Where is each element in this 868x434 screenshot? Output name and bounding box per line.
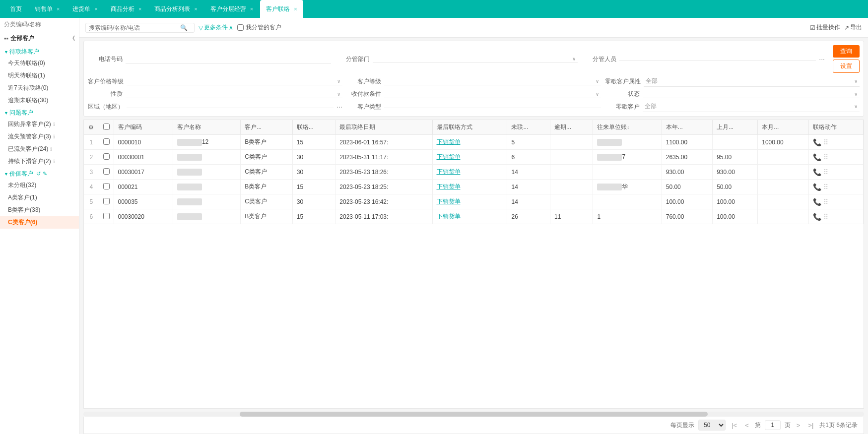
action-more-icon-5[interactable]: ⠿	[823, 213, 828, 221]
nav-analysis-list[interactable]: 商品分析列表 ×	[148, 0, 203, 18]
last-method-link-1[interactable]: 下销货单	[437, 153, 461, 160]
gender-select[interactable]: ∨	[126, 90, 342, 98]
sidebar-collapse-btn[interactable]: 《	[69, 35, 75, 42]
customer-level-label: 客户等级	[346, 77, 381, 86]
customer-type-select[interactable]	[384, 106, 601, 108]
nav-analysis[interactable]: 商品分析 ×	[105, 0, 147, 18]
action-more-icon-4[interactable]: ⠿	[823, 198, 828, 206]
scrollbar-thumb[interactable]	[240, 412, 708, 417]
th-code: 客户编码	[114, 120, 173, 135]
nav-analysis-list-close[interactable]: ×	[194, 6, 197, 12]
retail-customer-select[interactable]: 全部 ∨	[643, 101, 860, 112]
sidebar-item-today[interactable]: 今天待联络(0)	[0, 57, 79, 69]
last-method-link-2[interactable]: 下销货单	[437, 168, 461, 175]
nav-sales-close[interactable]: ×	[57, 6, 60, 12]
batch-btn[interactable]: ☑ 批量操作	[810, 23, 840, 32]
sidebar-item-tomorrow[interactable]: 明天待联络(1)	[0, 69, 79, 82]
action-more-icon-1[interactable]: ⠿	[823, 153, 828, 161]
next-page-btn[interactable]: >	[795, 421, 802, 430]
th-settings[interactable]: ⚙	[84, 120, 99, 135]
settings-gear-icon[interactable]: ⚙	[88, 124, 94, 131]
action-phone-icon-0[interactable]: 📞	[813, 138, 821, 146]
action-phone-icon-4[interactable]: 📞	[813, 198, 821, 206]
status-select[interactable]: ∨	[643, 90, 860, 98]
retail-attr-select[interactable]: 全部 ∨	[644, 76, 860, 87]
nav-purchase[interactable]: 进货单 ×	[67, 0, 103, 18]
sidebar-item-7days[interactable]: 近7天待联络(0)	[0, 82, 79, 94]
per-page-select[interactable]: 50 100	[698, 420, 726, 431]
region-dots[interactable]: ···	[336, 103, 342, 111]
filter-search-input[interactable]	[89, 24, 178, 31]
filter-more-btn[interactable]: ▽ 更多条件 ∧	[199, 23, 233, 32]
row-checkbox-3[interactable]	[103, 183, 110, 189]
retail-customer-label: 零歇客户	[605, 103, 640, 111]
td-this-month-3	[758, 180, 808, 194]
customer-grade-select[interactable]: ∨	[127, 77, 342, 85]
sidebar-item-overdue[interactable]: 逾期未联络(30)	[0, 94, 79, 107]
th-no-contact: 未联...	[507, 120, 550, 135]
td-last-method-1: 下销货单	[432, 150, 507, 165]
nav-home[interactable]: 首页	[4, 0, 28, 18]
action-phone-icon-5[interactable]: 📞	[813, 213, 821, 221]
td-this-year-5: 760.00	[662, 209, 712, 224]
select-all-checkbox[interactable]	[103, 124, 110, 130]
action-phone-icon-1[interactable]: 📞	[813, 153, 821, 161]
manager-select[interactable]	[619, 58, 816, 61]
sidebar-item-declining[interactable]: 持续下滑客户(2) ℹ	[0, 155, 79, 168]
region-select[interactable]	[127, 106, 334, 108]
nav-customer-contact[interactable]: 客户联络 ×	[260, 0, 303, 18]
row-checkbox-4[interactable]	[103, 198, 110, 204]
value-edit-icon[interactable]: ✎	[43, 171, 47, 177]
my-customers-checkbox[interactable]	[237, 24, 244, 31]
manager-dots[interactable]: ···	[819, 55, 825, 63]
sidebar-item-warning[interactable]: 流失预警客户(3) ℹ	[0, 130, 79, 143]
page-input[interactable]	[765, 420, 781, 430]
sidebar-all-customers[interactable]: ▪▪ 全部客户 《	[0, 31, 79, 46]
sidebar-item-abnormal[interactable]: 回购异常客户(2) ℹ	[0, 118, 79, 130]
nav-purchase-close[interactable]: ×	[94, 6, 97, 12]
query-btn[interactable]: 查询	[833, 45, 860, 58]
dept-select[interactable]: ∨	[373, 55, 578, 63]
phone-input[interactable]	[126, 55, 331, 64]
last-method-link-3[interactable]: 下销货单	[437, 183, 461, 190]
sidebar-item-c-class[interactable]: C类客户(6)	[0, 216, 79, 229]
row-checkbox-2[interactable]	[103, 168, 110, 175]
nav-sales[interactable]: 销售单 ×	[29, 0, 66, 18]
sidebar-item-churned-label: 已流失客户(24)	[8, 145, 48, 153]
action-more-icon-2[interactable]: ⠿	[823, 168, 828, 176]
td-this-year-3: 50.00	[662, 180, 712, 194]
horizontal-scrollbar[interactable]	[83, 412, 864, 417]
nav-customer-contact-close[interactable]: ×	[294, 6, 297, 12]
filter-search-icon[interactable]: 🔍	[180, 24, 188, 31]
filter-chevron-icon: ∧	[229, 24, 233, 31]
abnormal-info-icon: ℹ	[53, 122, 55, 127]
sidebar-item-churned[interactable]: 已流失客户(24) ℹ	[0, 143, 79, 155]
last-method-link-0[interactable]: 下销货单	[437, 138, 461, 145]
row-checkbox-0[interactable]	[103, 138, 110, 145]
first-page-btn[interactable]: |<	[730, 421, 739, 430]
row-checkbox-1[interactable]	[103, 153, 110, 160]
sidebar-item-unclassified[interactable]: 未分组(32)	[0, 179, 79, 191]
th-action: 联络动作	[808, 120, 863, 135]
payment-select[interactable]: ∨	[384, 90, 601, 98]
sidebar-item-b-class[interactable]: B类客户(33)	[0, 204, 79, 216]
export-btn[interactable]: ↗ 导出	[844, 23, 862, 32]
td-last-method-4: 下销货单	[432, 194, 507, 209]
last-method-link-4[interactable]: 下销货单	[437, 198, 461, 205]
sidebar-search-input[interactable]	[4, 21, 78, 28]
last-method-link-5[interactable]: 下销货单	[437, 213, 461, 220]
row-checkbox-5[interactable]	[103, 213, 110, 219]
prev-page-btn[interactable]: <	[743, 421, 751, 430]
sidebar-item-a-class[interactable]: A类客户(1)	[0, 191, 79, 204]
action-phone-icon-3[interactable]: 📞	[813, 183, 821, 191]
settings-btn[interactable]: 设置	[833, 60, 860, 73]
nav-customer-tier-close[interactable]: ×	[250, 6, 253, 12]
nav-analysis-close[interactable]: ×	[138, 6, 141, 12]
value-refresh-icon[interactable]: ↺	[36, 171, 41, 177]
action-more-icon-3[interactable]: ⠿	[823, 183, 828, 191]
action-phone-icon-2[interactable]: 📞	[813, 168, 821, 176]
last-page-btn[interactable]: >|	[806, 421, 815, 430]
nav-customer-tier[interactable]: 客户分层经营 ×	[204, 0, 259, 18]
action-more-icon-0[interactable]: ⠿	[823, 138, 828, 146]
customer-level-select[interactable]: ∨	[384, 77, 601, 85]
